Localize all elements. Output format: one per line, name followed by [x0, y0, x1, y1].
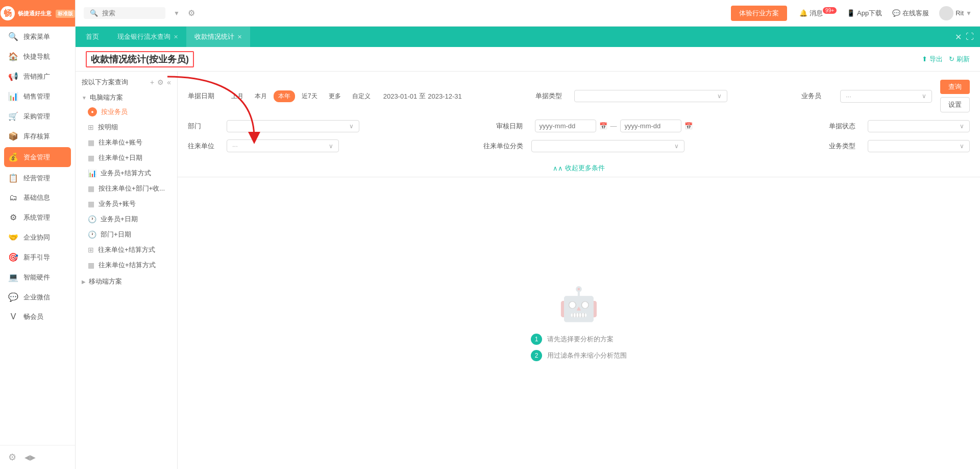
user-menu[interactable]: Rit ▼ [939, 6, 972, 20]
sidebar-item-operation[interactable]: 📋 经营管理 [0, 168, 75, 188]
sidebar-item-member[interactable]: V 畅会员 [0, 307, 75, 326]
date-range: 2023-01-01 至 2023-12-31 [383, 91, 462, 101]
search-input[interactable] [102, 9, 153, 17]
trial-button[interactable]: 体验行业方案 [731, 6, 787, 21]
audit-date-end-input[interactable] [620, 120, 681, 132]
logo-icon: 畅 [1, 6, 15, 20]
sidebar-item-purchase[interactable]: 🛒 采购管理 [0, 106, 75, 126]
sidebar-item-corp[interactable]: 🤝 企业协同 [0, 227, 75, 247]
scheme-group-mobile-title[interactable]: ▶ 移动端方案 [76, 275, 177, 288]
sidebar-item-finance[interactable]: 💰 资金管理 [4, 147, 71, 167]
audit-date-group: 📅 — 📅 [535, 120, 693, 132]
expand-window-icon[interactable]: ⛶ [966, 32, 974, 41]
refresh-button[interactable]: ↻ 刷新 [949, 55, 970, 64]
scheme-item-dept-date[interactable]: 🕐 部门+日期 [76, 227, 177, 242]
sidebar-item-nav[interactable]: 🏠 快捷导航 [0, 46, 75, 66]
sidebar-label-nav: 快捷导航 [23, 52, 50, 61]
online-service-button[interactable]: 💬 在线客服 [892, 9, 929, 18]
date-btn-this-year[interactable]: 本年 [274, 90, 295, 102]
sidebar-nav: 🔍 搜索菜单 🏠 快捷导航 📢 营销推广 📊 销售管理 🛒 采购管理 📦 库存核… [0, 27, 75, 445]
scheme-item-supplier-payment2[interactable]: ▦ 往来单位+结算方式 [76, 257, 177, 273]
topbar-search[interactable]: 🔍 [84, 7, 165, 19]
scheme-item-supplier-payment1[interactable]: ⊞ 往来单位+结算方式 [76, 242, 177, 257]
scheme-clock-icon-8: 🕐 [88, 230, 96, 239]
counterpart-type-select[interactable]: ∨ [531, 140, 684, 152]
sidebar-item-search[interactable]: 🔍 搜索菜单 [0, 27, 75, 46]
tab-bank[interactable]: 现金银行流水查询 ✕ [109, 27, 186, 47]
date-btn-more[interactable]: 更多 [324, 90, 346, 102]
hint-text-1: 请先选择要分析的方案 [547, 335, 614, 344]
date-btn-7days[interactable]: 近7天 [297, 90, 322, 102]
scheme-item-salesman-payment[interactable]: 📊 业务员+结算方式 [76, 166, 177, 181]
business-type-select[interactable]: ∨ [868, 140, 970, 152]
main-area: 🔍 ▼ ⚙ 体验行业方案 🔔 消息 99+ 📱 App下载 💬 在线客服 Rit [76, 0, 980, 469]
settings-button[interactable]: 设置 [940, 97, 970, 112]
tab-home[interactable]: 首页 [76, 27, 109, 47]
topbar-gear-icon[interactable]: ⚙ [188, 8, 195, 18]
chevron-right-icon: ▶ [82, 279, 86, 285]
scheme-item-by-salesman[interactable]: ● 按业务员 [76, 104, 177, 120]
scheme-item-supplier-account[interactable]: ▦ 往来单位+账号 [76, 135, 177, 150]
collapse-bar[interactable]: ∧∧ 收起更多条件 [188, 159, 970, 177]
sidebar-item-guide[interactable]: 🎯 新手引导 [0, 247, 75, 267]
calendar-end-icon[interactable]: 📅 [684, 122, 693, 130]
app-download-button[interactable]: 📱 App下载 [847, 9, 882, 18]
sidebar-settings-icon[interactable]: ⚙ [8, 452, 16, 463]
settings-scheme-icon[interactable]: ⚙ [157, 78, 164, 86]
collapse-chevron-icon: ∧∧ [553, 165, 563, 172]
sidebar-item-hardware[interactable]: 💻 智能硬件 [0, 267, 75, 287]
scheme-item-supplier-date[interactable]: ▦ 往来单位+日期 [76, 150, 177, 166]
scheme-group-desktop-title[interactable]: ▼ 电脑端方案 [76, 91, 177, 104]
sidebar-item-system[interactable]: ⚙ 系统管理 [0, 207, 75, 227]
close-window-icon[interactable]: ✕ [955, 32, 962, 42]
tab-home-label: 首页 [86, 32, 99, 41]
logo-text: 畅捷通好生意 [18, 10, 52, 17]
voucher-type-label: 单据类型 [535, 91, 566, 101]
topbar-caret-icon[interactable]: ▼ [174, 10, 180, 17]
scheme-table-icon-5: ▦ [88, 184, 94, 193]
scheme-chart-icon-4: 📊 [88, 169, 96, 177]
date-label: 单据日期 [188, 91, 218, 101]
calendar-start-icon[interactable]: 📅 [599, 122, 607, 130]
tab-bank-close-icon[interactable]: ✕ [174, 34, 178, 40]
voucher-type-select[interactable]: ∨ [574, 90, 727, 102]
query-button[interactable]: 查询 [940, 80, 970, 94]
scheme-dot-active-icon: ● [88, 107, 97, 116]
export-button[interactable]: ⬆ 导出 [922, 55, 943, 64]
sidebar-item-wechat[interactable]: 💬 企业微信 [0, 287, 75, 307]
scheme-clock-icon-7: 🕐 [88, 215, 96, 223]
scheme-item-salesman-account[interactable]: ▦ 业务员+账号 [76, 196, 177, 212]
ellipsis-icon: ··· [846, 92, 851, 100]
dept-select[interactable]: ∨ [227, 120, 359, 132]
collapse-scheme-icon[interactable]: « [167, 78, 171, 86]
sidebar-item-sales[interactable]: 📊 销售管理 [0, 86, 75, 106]
scheme-item-by-detail[interactable]: ⊞ 按明细 [76, 120, 177, 135]
audit-date-start-input[interactable] [535, 120, 596, 132]
sidebar-collapse-icon[interactable]: ◀▶ [24, 453, 36, 461]
collapse-label: 收起更多条件 [565, 163, 605, 173]
hint-text-2: 用过滤条件来缩小分析范围 [547, 351, 627, 360]
date-btn-this-month[interactable]: 本月 [250, 90, 272, 102]
sidebar-label-member: 畅会员 [23, 312, 43, 321]
member-icon: V [8, 312, 18, 321]
salesman-select[interactable]: ··· ∨ [840, 90, 932, 103]
sidebar-item-marketing[interactable]: 📢 营销推广 [0, 66, 75, 86]
sidebar-item-inventory[interactable]: 📦 库存核算 [0, 126, 75, 146]
add-scheme-icon[interactable]: + [150, 78, 154, 86]
tab-collection-close-icon[interactable]: ✕ [237, 34, 242, 40]
scheme-item-supplier-dept[interactable]: ▦ 按往来单位+部门+收... [76, 181, 177, 196]
messages-button[interactable]: 🔔 消息 99+ [799, 9, 837, 18]
date-btn-last-month[interactable]: 上月 [227, 90, 248, 102]
voucher-status-select[interactable]: ∨ [868, 120, 970, 132]
export-label: 导出 [929, 55, 943, 64]
chevron-down-icon: ▼ [82, 95, 87, 101]
sidebar-item-basic[interactable]: 🗂 基础信息 [0, 188, 75, 207]
tab-collection[interactable]: 收款情况统计 ✕ [186, 27, 250, 47]
counterpart-select[interactable]: ··· ∨ [227, 139, 339, 152]
finance-icon: 💰 [8, 152, 18, 162]
edition-badge: 标准版 [56, 10, 75, 18]
dept-chevron-icon: ∨ [349, 123, 354, 130]
scheme-item-salesman-date[interactable]: 🕐 业务员+日期 [76, 212, 177, 227]
topbar-search-icon: 🔍 [90, 9, 98, 17]
date-btn-custom[interactable]: 自定义 [348, 90, 375, 102]
